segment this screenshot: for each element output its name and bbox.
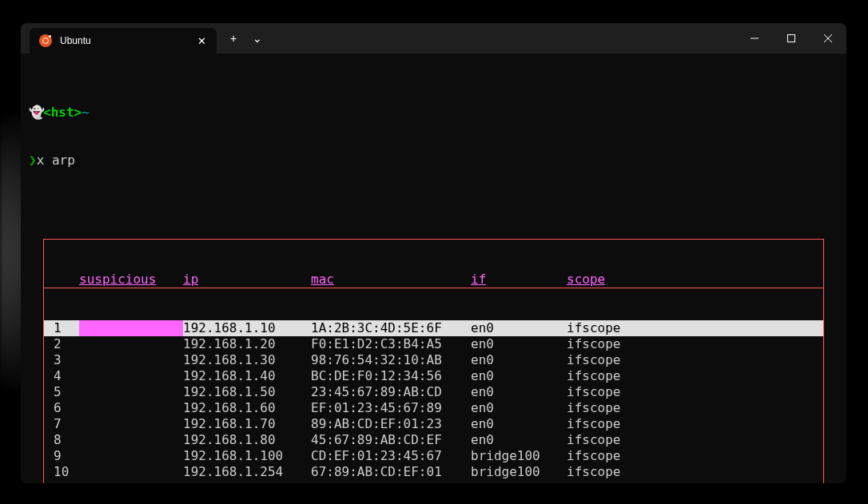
row-ip: 192.168.1.30 — [183, 352, 311, 368]
row-index: 10 — [54, 464, 79, 480]
row-if: bridge100 — [471, 448, 567, 464]
row-if: en0 — [471, 400, 567, 416]
row-scope: ifscope — [567, 320, 647, 336]
minimize-button[interactable] — [736, 23, 773, 54]
row-suspicious — [79, 320, 183, 336]
prompt-line-1: 👻 <hst> ~ — [29, 105, 838, 121]
row-index: 7 — [54, 416, 79, 432]
arp-table: suspiciousipmacifscope 1192.168.1.101A:2… — [43, 239, 824, 483]
row-scope: ifscope — [567, 384, 647, 400]
maximize-icon — [787, 34, 795, 42]
table-row[interactable]: 1192.168.1.101A:2B:3C:4D:5E:6Fen0ifscope — [44, 320, 823, 336]
row-if: en0 — [471, 432, 567, 448]
table-row[interactable]: 8192.168.1.8045:67:89:AB:CD:EFen0ifscope — [44, 432, 823, 448]
row-mac: 67:89:AB:CD:EF:01 — [311, 464, 471, 480]
row-scope: ifscope — [567, 352, 647, 368]
row-mac: 45:67:89:AB:CD:EF — [311, 432, 471, 448]
row-mac: 89:AB:CD:EF:01:23 — [311, 416, 471, 432]
row-suspicious — [79, 352, 183, 368]
close-window-button[interactable] — [810, 23, 846, 54]
row-suspicious — [79, 368, 183, 384]
row-scope: ifscope — [567, 464, 647, 480]
row-index: 1 — [54, 320, 79, 336]
tab-ubuntu[interactable]: Ubuntu ✕ — [30, 28, 217, 54]
tab-dropdown-button[interactable]: ⌄ — [245, 23, 269, 54]
window-controls — [736, 23, 846, 54]
prompt-host: <hst> — [43, 105, 82, 121]
row-suspicious — [79, 432, 183, 448]
row-suspicious — [79, 336, 183, 352]
row-suspicious — [79, 464, 183, 480]
row-ip: 192.168.1.80 — [183, 432, 311, 448]
close-tab-button[interactable]: ✕ — [194, 34, 209, 48]
maximize-button[interactable] — [773, 23, 810, 54]
ghost-icon: 👻 — [29, 105, 43, 121]
row-mac: F0:E1:D2:C3:B4:A5 — [311, 336, 471, 352]
chevron-down-icon: ⌄ — [253, 32, 262, 45]
titlebar-drag-area[interactable] — [269, 23, 736, 54]
new-tab-button[interactable]: + — [221, 23, 245, 54]
col-header-if: if — [471, 272, 567, 288]
ubuntu-icon — [39, 34, 52, 47]
row-ip: 192.168.1.50 — [183, 384, 311, 400]
col-header-ip: ip — [183, 272, 311, 288]
row-scope: ifscope — [567, 448, 647, 464]
row-if: en0 — [471, 368, 567, 384]
row-index: 8 — [54, 432, 79, 448]
row-if: bridge100 — [471, 464, 567, 480]
col-header-scope: scope — [567, 272, 647, 288]
titlebar[interactable]: Ubuntu ✕ + ⌄ — [21, 23, 846, 54]
table-row[interactable]: 4192.168.1.40BC:DE:F0:12:34:56en0ifscope — [44, 368, 823, 384]
row-suspicious — [79, 400, 183, 416]
table-row[interactable]: 9192.168.1.100CD:EF:01:23:45:67bridge100… — [44, 448, 823, 464]
table-row[interactable]: 3192.168.1.3098:76:54:32:10:ABen0ifscope — [44, 352, 823, 368]
row-if: en0 — [471, 336, 567, 352]
row-scope: ifscope — [567, 368, 647, 384]
table-row[interactable]: 5192.168.1.5023:45:67:89:AB:CDen0ifscope — [44, 384, 823, 400]
prompt-command: x arp — [37, 153, 75, 169]
row-ip: 192.168.1.70 — [183, 416, 311, 432]
row-index: 2 — [54, 336, 79, 352]
row-mac: EF:01:23:45:67:89 — [311, 400, 471, 416]
row-ip: 192.168.1.254 — [183, 464, 311, 480]
row-index: 4 — [54, 368, 79, 384]
row-scope: ifscope — [567, 336, 647, 352]
row-index: 3 — [54, 352, 79, 368]
prompt-line-2: ❯ x arp — [29, 153, 838, 169]
table-row[interactable]: 6192.168.1.60EF:01:23:45:67:89en0ifscope — [44, 400, 823, 416]
col-header-suspicious: suspicious — [79, 272, 183, 288]
row-suspicious — [79, 416, 183, 432]
table-row[interactable]: 2192.168.1.20F0:E1:D2:C3:B4:A5en0ifscope — [44, 336, 823, 352]
row-mac: 98:76:54:32:10:AB — [311, 352, 471, 368]
table-header: suspiciousipmacifscope — [44, 272, 823, 288]
close-icon — [824, 34, 832, 42]
row-scope: ifscope — [567, 400, 647, 416]
terminal-window: Ubuntu ✕ + ⌄ 👻 <hst> ~ ❯ x arp suspiciou… — [21, 23, 846, 483]
row-index: 9 — [54, 448, 79, 464]
row-ip: 192.168.1.10 — [183, 320, 311, 336]
prompt-arrow: ❯ — [29, 153, 37, 169]
row-ip: 192.168.1.60 — [183, 400, 311, 416]
row-if: en0 — [471, 384, 567, 400]
terminal-content[interactable]: 👻 <hst> ~ ❯ x arp suspiciousipmacifscope… — [21, 54, 846, 483]
svg-rect-1 — [788, 35, 795, 42]
row-suspicious — [79, 384, 183, 400]
row-scope: ifscope — [567, 432, 647, 448]
row-if: en0 — [471, 320, 567, 336]
tab-title: Ubuntu — [60, 35, 186, 46]
table-row[interactable]: 7192.168.1.7089:AB:CD:EF:01:23en0ifscope — [44, 416, 823, 432]
row-ip: 192.168.1.40 — [183, 368, 311, 384]
col-header-idx — [54, 272, 79, 288]
row-mac: BC:DE:F0:12:34:56 — [311, 368, 471, 384]
row-index: 5 — [54, 384, 79, 400]
prompt-path: ~ — [82, 105, 90, 121]
row-index: 6 — [54, 400, 79, 416]
row-ip: 192.168.1.20 — [183, 336, 311, 352]
table-rows: 1192.168.1.101A:2B:3C:4D:5E:6Fen0ifscope… — [44, 320, 823, 480]
row-if: en0 — [471, 352, 567, 368]
row-if: en0 — [471, 416, 567, 432]
row-mac: 23:45:67:89:AB:CD — [311, 384, 471, 400]
row-scope: ifscope — [567, 416, 647, 432]
row-suspicious — [79, 448, 183, 464]
table-row[interactable]: 10192.168.1.25467:89:AB:CD:EF:01bridge10… — [44, 464, 823, 480]
